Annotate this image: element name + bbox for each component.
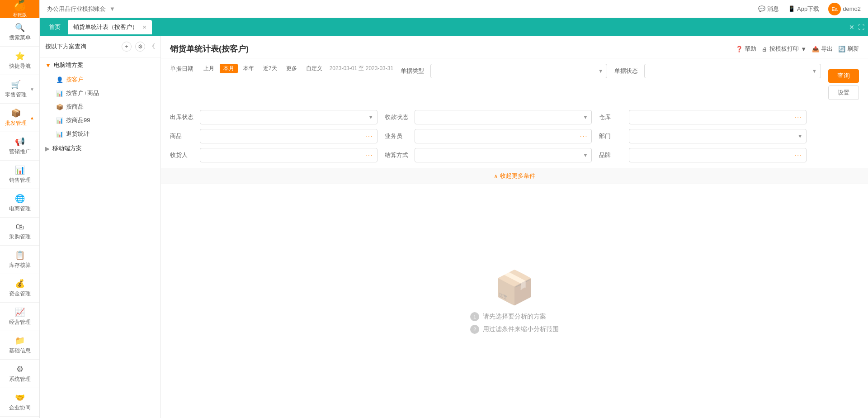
chevron-right-icon: ▶ xyxy=(45,145,50,152)
print-label: 按模板打印 xyxy=(769,45,799,53)
tree-item-label: 按客户 xyxy=(66,76,84,84)
page-header: 销货单统计表(按客户) ❓ 帮助 🖨 按模板打印 ▼ 📤 导出 xyxy=(161,36,868,58)
sidebar-item-sales-mgmt[interactable]: 📊 销售管理 xyxy=(0,161,40,189)
corp-icon: 🤝 xyxy=(15,393,25,403)
sidebar-item-label: 批发管理 xyxy=(5,119,27,127)
sidebar-logo[interactable]: 🍊 标账版 xyxy=(0,0,40,18)
sidebar-item-corp-collab[interactable]: 🤝 企业协同 xyxy=(0,388,40,417)
receipt-select[interactable]: ▼ xyxy=(415,110,592,124)
maximize-icon[interactable]: ⛶ xyxy=(858,24,864,31)
chart-icon: 📊 xyxy=(56,90,63,97)
sidebar-item-label: 企业协同 xyxy=(9,404,31,412)
main-area: 办公用品行业模拟账套 ▼ 💬 消息 📱 App下载 Ea demo2 首页 销货… xyxy=(40,0,868,418)
product-label: 商品 xyxy=(170,132,197,140)
staff-select[interactable]: ··· xyxy=(415,129,592,143)
payment-label: 结算方式 xyxy=(385,151,412,159)
close-window-icon[interactable]: ✕ xyxy=(849,24,854,31)
tree-group-desktop[interactable]: ▼ 电脑端方案 xyxy=(40,57,160,73)
tree-item-by-product-99[interactable]: 📊 按商品99 xyxy=(40,114,160,127)
add-scheme-btn[interactable]: + xyxy=(122,42,132,52)
settings-scheme-btn[interactable]: ⚙ xyxy=(135,42,145,52)
sidebar-item-sys-mgmt[interactable]: ⚙ 系统管理 xyxy=(0,360,40,388)
warehouse-select[interactable]: ··· xyxy=(629,110,807,124)
right-content: 销货单统计表(按客户) ❓ 帮助 🖨 按模板打印 ▼ 📤 导出 xyxy=(161,36,868,418)
product-select[interactable]: ··· xyxy=(200,129,377,143)
settings-button[interactable]: 设置 xyxy=(828,86,859,100)
this-month-btn[interactable]: 本月 xyxy=(220,64,238,73)
receipt-chevron-icon: ▼ xyxy=(583,114,588,120)
tree-group-mobile[interactable]: ▶ 移动端方案 xyxy=(40,141,160,156)
left-panel-actions: + ⚙ 《 xyxy=(122,42,155,52)
sidebar-item-quick-nav[interactable]: ⭐ 快捷导航 xyxy=(0,47,40,75)
print-btn[interactable]: 🖨 按模板打印 ▼ xyxy=(762,45,807,53)
sidebar-item-label: 快捷导航 xyxy=(9,62,31,70)
sidebar-item-inventory[interactable]: 📋 库存核算 xyxy=(0,246,40,274)
quick-nav-icon: ⭐ xyxy=(15,51,25,61)
type-select[interactable]: ▼ xyxy=(430,64,607,78)
receiver-select[interactable]: ··· xyxy=(200,148,377,162)
tab-sales-stats[interactable]: 销货单统计表（按客户） ✕ xyxy=(68,20,152,34)
sidebar-item-wholesale-mgmt[interactable]: 📦 批发管理 ▲ xyxy=(0,104,40,132)
this-year-btn[interactable]: 本年 xyxy=(240,64,258,73)
sidebar-item-label: 资金管理 xyxy=(9,290,31,298)
dept-label: 部门 xyxy=(599,132,626,140)
user-menu[interactable]: Ea demo2 xyxy=(828,3,861,15)
staff-dots-icon: ··· xyxy=(580,133,588,140)
more-date-btn[interactable]: 更多 xyxy=(283,64,301,73)
tree-item-by-customer-product[interactable]: 📊 按客户+商品 xyxy=(40,86,160,100)
brand-select[interactable]: ··· xyxy=(629,148,807,162)
top-header: 办公用品行业模拟账套 ▼ 💬 消息 📱 App下载 Ea demo2 xyxy=(40,0,868,18)
chevron-up-icon: ▲ xyxy=(30,115,34,120)
status-select[interactable]: ▼ xyxy=(644,64,821,78)
sys-icon: ⚙ xyxy=(16,364,24,374)
brand-dots-icon: ··· xyxy=(794,152,802,159)
date-label: 单据日期 xyxy=(170,65,197,73)
export-btn[interactable]: 📤 导出 xyxy=(812,45,833,53)
tab-bar: 首页 销货单统计表（按客户） ✕ ✕ ⛶ xyxy=(40,18,868,36)
help-label: 帮助 xyxy=(745,45,756,53)
refresh-icon: 🔄 xyxy=(838,46,845,52)
brand-label: 品牌 xyxy=(599,151,626,159)
export-icon: 📤 xyxy=(812,46,819,52)
purchase-icon: 🛍 xyxy=(16,222,24,232)
last-7days-btn[interactable]: 近7天 xyxy=(259,64,281,73)
refresh-btn[interactable]: 🔄 刷新 xyxy=(838,45,859,53)
payment-select[interactable]: ▼ xyxy=(415,148,592,162)
last-month-btn[interactable]: 上月 xyxy=(200,64,218,73)
custom-date-btn[interactable]: 自定义 xyxy=(302,64,326,73)
company-name: 办公用品行业模拟账套 xyxy=(47,5,106,13)
empty-illustration: 📦 xyxy=(494,268,535,307)
collapse-more-conditions[interactable]: ∧ 收起更多条件 xyxy=(161,168,868,184)
sidebar-item-base-info[interactable]: 📁 基础信息 xyxy=(0,331,40,360)
company-dropdown-icon[interactable]: ▼ xyxy=(109,5,115,12)
app-download-btn[interactable]: 📱 App下载 xyxy=(788,5,819,13)
sidebar-item-ops-mgmt[interactable]: 📈 经营管理 xyxy=(0,303,40,331)
empty-hint-1: 1 请先选择要分析的方案 xyxy=(470,312,559,321)
export-label: 导出 xyxy=(821,45,833,53)
collapse-panel-btn[interactable]: 《 xyxy=(149,43,155,51)
sidebar-item-finance-mgmt[interactable]: 💰 资金管理 xyxy=(0,274,40,303)
sidebar-item-ecom-mgmt[interactable]: 🌐 电商管理 xyxy=(0,189,40,218)
sidebar-item-retail-mgmt[interactable]: 🛒 零售管理 ▼ xyxy=(0,75,40,104)
sales-icon: 📊 xyxy=(15,165,25,175)
message-btn[interactable]: 💬 消息 xyxy=(758,5,779,13)
receipt-label: 收款状态 xyxy=(385,113,412,121)
sidebar-item-marketing[interactable]: 📢 营销推广 xyxy=(0,132,40,161)
staff-label: 业务员 xyxy=(385,132,412,140)
sidebar-item-label: 库存核算 xyxy=(9,261,31,269)
retail-icon: 🛒 xyxy=(11,80,21,90)
dept-select[interactable]: ▼ xyxy=(629,129,807,143)
tree-item-return-stats[interactable]: 📊 退货统计 xyxy=(40,127,160,141)
payment-chevron-icon: ▼ xyxy=(583,152,588,158)
query-button[interactable]: 查询 xyxy=(828,69,859,83)
tab-close-icon[interactable]: ✕ xyxy=(142,24,146,30)
header-left: 办公用品行业模拟账套 ▼ xyxy=(47,5,115,13)
tab-home[interactable]: 首页 xyxy=(43,20,66,34)
outbound-select[interactable]: ▼ xyxy=(200,110,377,124)
sidebar-item-purchase-mgmt[interactable]: 🛍 采购管理 xyxy=(0,218,40,246)
tree-item-by-customer[interactable]: 👤 按客户 xyxy=(40,73,160,86)
tree-item-by-product[interactable]: 📦 按商品 xyxy=(40,100,160,114)
sidebar-item-search-menu[interactable]: 🔍 搜索菜单 xyxy=(0,18,40,47)
status-chevron-icon: ▼ xyxy=(812,68,817,74)
help-btn[interactable]: ❓ 帮助 xyxy=(736,45,756,53)
